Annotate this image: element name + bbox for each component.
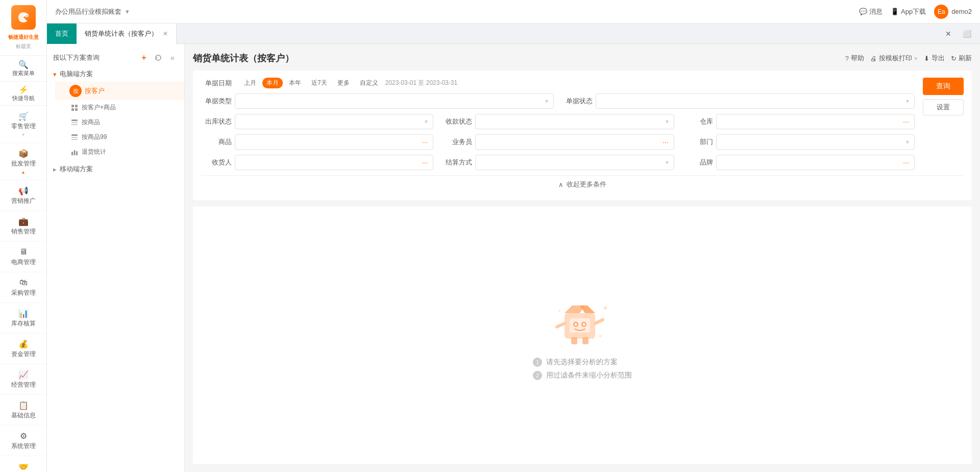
tip-num-2: 2 bbox=[533, 371, 542, 380]
tree-item-by-goods-label: 按商品 bbox=[82, 118, 100, 127]
panel-refresh-btn[interactable] bbox=[153, 52, 164, 63]
tab-home-label: 首页 bbox=[55, 29, 68, 38]
tree-item-by-goods[interactable]: 按商品 bbox=[55, 115, 184, 130]
app-name: 畅捷通好生意 bbox=[8, 34, 39, 41]
tree-item-by-goods99[interactable]: 按商品99 bbox=[55, 130, 184, 145]
date-btn-custom[interactable]: 自定义 bbox=[356, 78, 382, 88]
query-btn[interactable]: 查询 bbox=[923, 78, 964, 95]
settlement-select[interactable]: ▾ bbox=[475, 155, 674, 170]
order-type-chevron: ▾ bbox=[545, 98, 548, 105]
empty-illustration bbox=[552, 290, 613, 351]
ecommerce-label: 电商管理 bbox=[11, 258, 36, 267]
svg-point-0 bbox=[24, 13, 29, 17]
help-btn[interactable]: ? 帮助 bbox=[845, 54, 864, 63]
sidebar-item-basic[interactable]: 📋 基础信息 bbox=[0, 395, 46, 426]
sidebar-item-system[interactable]: ⚙ 系统管理 bbox=[0, 426, 46, 456]
ecommerce-icon: 🖥 bbox=[18, 247, 29, 257]
user-area[interactable]: Ea demo2 bbox=[934, 5, 972, 19]
tab-close-icon[interactable]: ✕ bbox=[163, 30, 168, 37]
sidebar-item-purchase[interactable]: 🛍 采购管理 bbox=[0, 272, 46, 303]
receiver-dots: ··· bbox=[422, 158, 428, 167]
refresh-btn[interactable]: ↻ 刷新 bbox=[951, 54, 972, 63]
industry-label: 办公用品行业模拟账套 bbox=[55, 7, 121, 16]
panel-header: 按以下方案查询 + « bbox=[47, 49, 184, 66]
department-label: 部门 bbox=[682, 137, 713, 147]
tab-maximize-btn[interactable]: ⬜ bbox=[960, 27, 974, 41]
payment-status-select[interactable]: ▾ bbox=[475, 114, 674, 129]
table-icon-2 bbox=[70, 133, 79, 141]
finance-icon: 💰 bbox=[18, 339, 29, 349]
order-type-label: 单据类型 bbox=[201, 97, 232, 106]
marketing-label: 营销推广 bbox=[11, 197, 36, 205]
tab-actions: ✕ ⬜ bbox=[941, 27, 980, 41]
message-icon: 💬 bbox=[859, 8, 867, 15]
empty-tips: 1 请先选择要分析的方案 2 用过滤条件来缩小分析范围 bbox=[533, 358, 632, 380]
out-status-select[interactable]: ▾ bbox=[235, 114, 433, 129]
retail-label: 零售管理 bbox=[11, 122, 36, 131]
search-menu-item[interactable]: 🔍 搜索菜单 bbox=[0, 56, 46, 82]
tree-item-return-stats-label: 退货统计 bbox=[82, 148, 106, 156]
sidebar-item-ecommerce[interactable]: 🖥 电商管理 bbox=[0, 242, 46, 272]
date-btn-this-year[interactable]: 本年 bbox=[285, 78, 305, 88]
svg-rect-5 bbox=[71, 120, 78, 121]
tab-sales-stats-label: 销货单统计表（按客户） bbox=[85, 29, 158, 38]
sidebar-item-wholesale[interactable]: 📦 批发管理 ▴ bbox=[0, 143, 46, 180]
warehouse-select[interactable]: ··· bbox=[716, 114, 915, 129]
tree-item-customer-goods[interactable]: 按客户+商品 bbox=[55, 100, 184, 115]
sidebar-item-collab[interactable]: 🤝 企业协同 bbox=[0, 456, 46, 472]
date-btn-7days[interactable]: 近7天 bbox=[307, 78, 331, 88]
settings-btn[interactable]: 设置 bbox=[923, 99, 964, 115]
logo-area: 畅捷通好生意 标题页 bbox=[0, 0, 46, 56]
collapse-up-icon: ∧ bbox=[558, 181, 564, 188]
panel-add-btn[interactable]: + bbox=[138, 52, 150, 63]
sidebar-item-inventory[interactable]: 📊 库存核算 bbox=[0, 303, 46, 334]
quick-nav-item[interactable]: ⚡ 快捷导航 bbox=[0, 82, 46, 106]
panel-title: 按以下方案查询 bbox=[53, 53, 100, 62]
basic-icon: 📋 bbox=[18, 400, 29, 410]
date-btn-last-month[interactable]: 上月 bbox=[240, 78, 260, 88]
date-btn-more[interactable]: 更多 bbox=[333, 78, 354, 88]
department-chevron: ▾ bbox=[906, 138, 909, 146]
tab-home[interactable]: 首页 bbox=[47, 23, 77, 44]
out-status-label: 出库状态 bbox=[201, 117, 232, 126]
customer-circle-icon: 按 bbox=[69, 85, 82, 97]
date-btn-this-month[interactable]: 本月 bbox=[262, 78, 283, 88]
tab-close-window-btn[interactable]: ✕ bbox=[941, 27, 955, 41]
sidebar-item-finance[interactable]: 💰 资金管理 bbox=[0, 334, 46, 364]
receiver-select[interactable]: ··· bbox=[235, 155, 433, 170]
sidebar-item-marketing[interactable]: 📢 营销推广 bbox=[0, 180, 46, 211]
tree-section-desktop[interactable]: ▾ 电脑端方案 bbox=[47, 66, 184, 82]
empty-tip-1: 1 请先选择要分析的方案 bbox=[533, 358, 632, 367]
svg-rect-21 bbox=[582, 337, 589, 344]
goods-select[interactable]: ··· bbox=[235, 134, 433, 150]
inventory-label: 库存核算 bbox=[11, 319, 36, 328]
message-btn[interactable]: 💬 消息 bbox=[859, 7, 883, 16]
order-status-select[interactable]: ▾ bbox=[596, 93, 915, 109]
sidebar-item-retail[interactable]: 🛒 零售管理 ▾ bbox=[0, 106, 46, 143]
collapse-bar[interactable]: ∧ 收起更多条件 bbox=[201, 175, 964, 193]
tree-section-mobile[interactable]: ▸ 移动端方案 bbox=[47, 161, 184, 177]
page-actions: ? 帮助 🖨 按模板打印 ▾ ⬇ 导出 ↻ 刷新 bbox=[845, 54, 972, 63]
industry-dropdown-icon[interactable]: ▾ bbox=[126, 8, 129, 15]
export-btn[interactable]: ⬇ 导出 bbox=[924, 54, 945, 63]
department-select[interactable]: ▾ bbox=[716, 134, 915, 150]
help-label: 帮助 bbox=[851, 54, 864, 63]
print-btn[interactable]: 🖨 按模板打印 ▾ bbox=[870, 54, 918, 63]
tab-sales-stats[interactable]: 销货单统计表（按客户） ✕ bbox=[77, 23, 177, 44]
print-label: 按模板打印 bbox=[879, 54, 912, 63]
brand-dots: ··· bbox=[903, 158, 909, 167]
app-download-btn[interactable]: 📱 App下载 bbox=[891, 7, 926, 16]
salesperson-select[interactable]: ··· bbox=[475, 134, 674, 150]
tree-section-mobile-label: 移动端方案 bbox=[60, 164, 93, 174]
retail-arrow: ▾ bbox=[22, 132, 24, 137]
brand-select[interactable]: ··· bbox=[716, 155, 915, 170]
wholesale-arrow: ▴ bbox=[22, 169, 24, 175]
sidebar-item-operations[interactable]: 📈 经营管理 bbox=[0, 364, 46, 395]
order-type-select[interactable]: ▾ bbox=[235, 93, 554, 109]
app-subtitle: 标题页 bbox=[16, 43, 31, 50]
tree-item-return-stats[interactable]: 退货统计 bbox=[55, 145, 184, 159]
tree-item-by-customer[interactable]: 按 按客户 bbox=[55, 82, 184, 100]
sidebar-item-sales[interactable]: 💼 销售管理 bbox=[0, 211, 46, 242]
filter-row-goods: 商品 ··· 业务员 ··· bbox=[201, 134, 915, 150]
panel-collapse-btn[interactable]: « bbox=[167, 52, 178, 63]
